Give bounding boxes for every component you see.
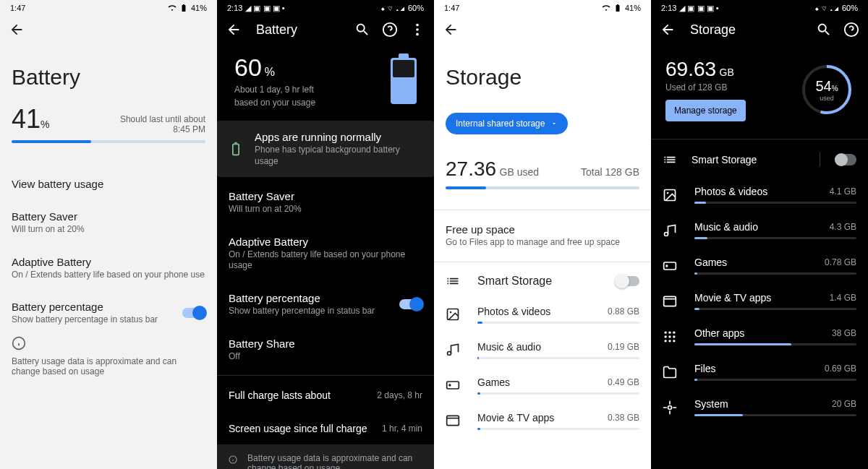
status-bar: 1:47 41% [0, 0, 217, 16]
battery-item-2[interactable]: Adaptive BatteryOn / Extends battery lif… [0, 246, 217, 291]
search-icon[interactable] [354, 22, 370, 38]
storage-chip[interactable]: Internal shared storage [446, 113, 568, 134]
battery-item-1[interactable]: Adaptive BatteryOn / Extends battery lif… [217, 225, 434, 282]
svg-rect-19 [447, 416, 459, 425]
status-bar: 1:47 41% [434, 0, 651, 16]
movie-icon [663, 294, 677, 309]
page-title: Battery [0, 43, 217, 104]
notif-icons: ◢ ▣ ▣ ▣ • [679, 4, 718, 13]
back-icon[interactable] [443, 22, 459, 38]
apps-icon [663, 330, 677, 344]
category-movie[interactable]: Movie & TV apps1.4 GB [651, 283, 868, 319]
info-icon [229, 453, 237, 466]
smart-storage-toggle[interactable] [835, 154, 856, 165]
storage-hero: 69.63 GB Used of 128 GB Manage storage 5… [651, 43, 868, 136]
wifi-icon [168, 4, 176, 12]
toggle[interactable] [399, 299, 422, 309]
status-icons: ⬥ ♡ ▴◢ 60% [380, 4, 424, 12]
back-icon[interactable] [226, 22, 242, 38]
app-bar [0, 16, 217, 43]
estimate-2: 8:45 PM [120, 124, 205, 134]
battery-item-0[interactable]: View battery usage [0, 168, 217, 200]
svg-point-15 [448, 352, 451, 356]
app-bar: Battery [217, 16, 434, 43]
card-sub: Phone has typical background battery usa… [255, 145, 422, 167]
smart-storage-toggle[interactable] [616, 276, 639, 286]
sys-icon [663, 400, 677, 415]
battery-pct: 41% [191, 4, 207, 12]
storage-bar [446, 186, 639, 189]
battery-pct-row: 41% Should last until about8:45 PM [0, 104, 217, 134]
footer-card: Battery usage data is approximate and ca… [217, 444, 434, 469]
battery-illustration [391, 58, 417, 104]
usage-ring: 54%used [800, 63, 854, 116]
category-game[interactable]: Games0.49 GB [434, 368, 651, 403]
estimate-1: Should last until about [120, 114, 205, 124]
used-value: 69.63 [665, 58, 716, 80]
category-movie[interactable]: Movie & TV apps0.38 GB [434, 403, 651, 439]
svg-point-27 [665, 232, 668, 236]
more-icon[interactable] [409, 22, 425, 38]
back-icon[interactable] [660, 22, 676, 38]
pct-unit: % [265, 66, 275, 79]
game-icon [663, 259, 677, 273]
category-photo[interactable]: Photos & videos0.88 GB [434, 297, 651, 332]
category-game[interactable]: Games0.78 GB [651, 248, 868, 283]
app-title: Battery [256, 22, 340, 38]
svg-point-5 [416, 24, 419, 27]
category-apps[interactable]: Other apps38 GB [651, 319, 868, 354]
battery-pct: 41% [625, 4, 641, 12]
battery-item-2[interactable]: Battery percentageShow battery percentag… [217, 282, 434, 327]
smart-storage-row[interactable]: Smart Storage [434, 265, 651, 297]
battery-icon [179, 4, 188, 12]
battery-item-0[interactable]: Battery SaverWill turn on at 20% [217, 180, 434, 225]
status-icons: 41% [602, 4, 641, 12]
back-icon[interactable] [9, 22, 25, 38]
folder-icon [663, 365, 677, 379]
pct-value: 60 [234, 53, 262, 82]
svg-point-38 [673, 335, 675, 337]
music-icon [663, 223, 677, 238]
svg-rect-8 [233, 144, 239, 155]
smart-storage-row[interactable]: Smart Storage [651, 142, 868, 177]
panel-storage-light: 1:47 41% Storage Internal shared storage… [434, 0, 651, 469]
panel-storage-dark: 2:13◢ ▣ ▣ ▣ • ⬥ ♡ ▴◢ 60% Storage 69.63 G… [651, 0, 868, 469]
help-icon[interactable] [843, 22, 859, 38]
info-icon [12, 336, 26, 350]
used-unit: GB [720, 66, 734, 78]
photo-icon [446, 307, 460, 322]
manage-storage-button[interactable]: Manage storage [665, 100, 746, 121]
battery-pct: 60% [842, 4, 858, 12]
card-title: Apps are running normally [255, 131, 422, 143]
category-photo[interactable]: Photos & videos4.1 GB [651, 177, 868, 212]
category-sys[interactable]: System20 GB [651, 390, 868, 425]
svg-point-7 [416, 33, 419, 36]
stat-0[interactable]: Full charge lasts about2 days, 8 hr [217, 379, 434, 412]
battery-item-3[interactable]: Battery ShareOff [217, 327, 434, 373]
stat-1[interactable]: Screen usage since full charge1 hr, 4 mi… [217, 412, 434, 445]
app-bar [434, 16, 651, 43]
svg-point-35 [673, 331, 675, 333]
estimate-2: based on your usage [234, 98, 376, 108]
battery-ok-icon [229, 142, 243, 156]
category-music[interactable]: Music & audio4.3 GB [651, 212, 868, 248]
app-bar: Storage [651, 16, 868, 43]
battery-pct: 60% [408, 4, 424, 12]
battery-item-3[interactable]: Battery percentageShow battery percentag… [0, 291, 217, 336]
svg-point-41 [673, 340, 675, 342]
page-title: Storage [434, 43, 651, 104]
svg-point-37 [668, 335, 671, 337]
help-icon[interactable] [382, 22, 398, 38]
free-up-space[interactable]: Free up spaceGo to Files app to manage a… [434, 213, 651, 259]
category-music[interactable]: Music & audio0.19 GB [434, 332, 651, 368]
battery-icon [613, 4, 622, 12]
estimate-1: About 1 day, 9 hr left [234, 85, 376, 95]
toggle[interactable] [182, 308, 205, 318]
footer-note: Battery usage data is approximate and ca… [247, 453, 422, 469]
status-card[interactable]: Apps are running normallyPhone has typic… [217, 121, 434, 177]
svg-point-39 [665, 340, 667, 342]
category-folder[interactable]: Files0.69 GB [651, 354, 868, 390]
battery-item-1[interactable]: Battery SaverWill turn on at 20% [0, 200, 217, 246]
used-value: 27.36 [446, 158, 496, 180]
search-icon[interactable] [816, 22, 832, 38]
